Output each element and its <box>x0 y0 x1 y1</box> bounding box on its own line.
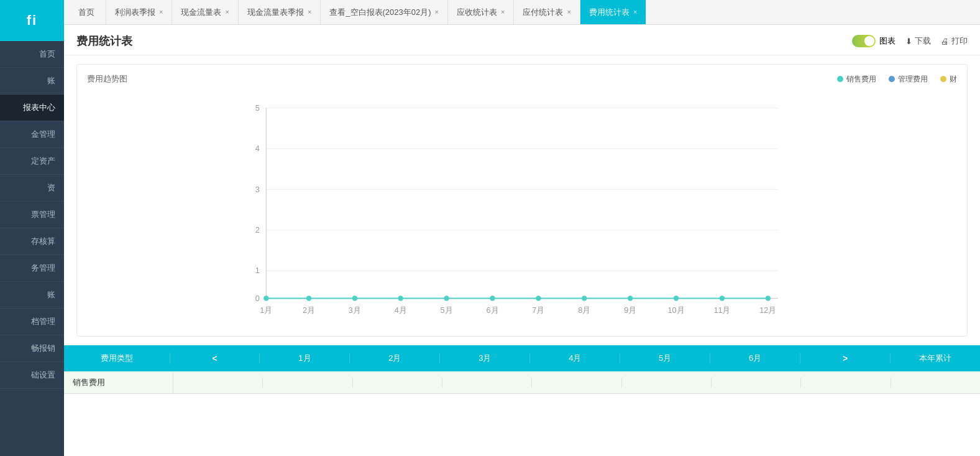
tab-bar: 首页 利润表季报 × 现金流量表 × 现金流量表季报 × 查看_空白报表(202… <box>64 0 980 25</box>
download-button[interactable]: ⬇ 下载 <box>905 35 931 47</box>
svg-point-16 <box>352 295 357 300</box>
tab-payable[interactable]: 应付统计表 × <box>514 0 580 24</box>
tab-receivable[interactable]: 应收统计表 × <box>448 0 514 24</box>
td-sales-extra <box>801 378 891 388</box>
legend-sales: 销售费用 <box>837 74 876 85</box>
chart-title: 费用趋势图 <box>87 73 127 85</box>
th-ytd: 本年累计 <box>891 353 980 364</box>
chart-section: 费用趋势图 销售费用 管理费用 财 <box>76 64 968 337</box>
td-sales-m5 <box>532 378 621 388</box>
print-button[interactable]: 🖨 打印 <box>941 35 968 47</box>
svg-point-22 <box>628 295 633 300</box>
svg-point-20 <box>536 295 541 300</box>
tab-close-expense[interactable]: × <box>633 9 637 16</box>
th-expense-type-label: 费用类型 <box>101 353 133 364</box>
chart-container: 5 4 3 2 1 0 <box>87 91 957 327</box>
th-month-5: 5月 <box>620 353 710 364</box>
td-sales-ytd <box>712 378 801 388</box>
th-month-3: 3月 <box>440 353 530 364</box>
sidebar-item-settings[interactable]: 础设置 <box>0 362 64 389</box>
page-actions: 图表 ⬇ 下载 🖨 打印 <box>852 35 968 47</box>
tab-close-cashflow[interactable]: × <box>225 9 229 16</box>
th-month-1: 1月 <box>260 353 350 364</box>
tab-home[interactable]: 首页 <box>67 0 106 24</box>
sidebar-item-service[interactable]: 务管理 <box>0 255 64 282</box>
svg-text:2月: 2月 <box>303 306 315 315</box>
th-month-4: 4月 <box>530 353 620 364</box>
trend-chart: 5 4 3 2 1 0 <box>87 91 957 327</box>
prev-month-arrow[interactable]: < <box>212 353 217 363</box>
print-icon: 🖨 <box>941 37 949 46</box>
tab-cashflow-quarterly[interactable]: 现金流量表季报 × <box>239 0 321 24</box>
legend-admin: 管理费用 <box>889 74 928 85</box>
tab-blank-report[interactable]: 查看_空白报表(2023年02月) × <box>321 0 448 24</box>
sidebar-logo: fi <box>0 0 64 41</box>
svg-text:10月: 10月 <box>668 306 685 315</box>
svg-point-17 <box>398 295 403 300</box>
sidebar: fi 首页 账 报表中心 金管理 定资产 资 票管理 存核算 务管理 账 档管理… <box>0 0 64 456</box>
th-month-6: 6月 <box>710 353 800 364</box>
tab-close-cashflow-q[interactable]: × <box>308 9 311 16</box>
svg-point-23 <box>674 295 679 300</box>
chart-legend: 销售费用 管理费用 财 <box>837 74 957 85</box>
svg-point-24 <box>720 295 725 300</box>
tab-close-receivable[interactable]: × <box>501 9 505 16</box>
sidebar-item-account[interactable]: 账 <box>0 68 64 95</box>
sidebar-item-home[interactable]: 首页 <box>0 41 64 68</box>
tab-profit-quarterly[interactable]: 利润表季报 × <box>106 0 172 24</box>
page-content: 费用统计表 图表 ⬇ 下载 🖨 打印 费用趋势图 <box>64 25 980 456</box>
sidebar-item-assets[interactable]: 定资产 <box>0 148 64 175</box>
page-title: 费用统计表 <box>76 34 132 49</box>
legend-label-finance: 财 <box>950 74 957 85</box>
th-month-6-label: 6月 <box>749 353 761 364</box>
td-sales-m1 <box>173 378 263 388</box>
svg-text:6月: 6月 <box>486 306 498 315</box>
chart-header: 费用趋势图 销售费用 管理费用 财 <box>87 73 957 85</box>
sidebar-item-ledger[interactable]: 账 <box>0 282 64 309</box>
sidebar-item-reports[interactable]: 报表中心 <box>0 95 64 121</box>
page-header: 费用统计表 图表 ⬇ 下载 🖨 打印 <box>64 25 980 55</box>
sidebar-item-capital[interactable]: 资 <box>0 175 64 202</box>
svg-text:5: 5 <box>255 104 260 113</box>
svg-text:1月: 1月 <box>260 306 272 315</box>
tab-close-payable[interactable]: × <box>567 9 570 16</box>
sidebar-item-archive[interactable]: 档管理 <box>0 309 64 335</box>
td-sales-extra2 <box>891 378 980 388</box>
tab-close-profit[interactable]: × <box>159 9 163 16</box>
svg-point-25 <box>766 295 771 300</box>
svg-text:3: 3 <box>255 185 260 194</box>
main-area: 首页 利润表季报 × 现金流量表 × 现金流量表季报 × 查看_空白报表(202… <box>64 0 980 456</box>
svg-text:4月: 4月 <box>395 306 407 315</box>
tab-close-blank[interactable]: × <box>435 9 439 16</box>
chart-toggle[interactable] <box>852 35 876 47</box>
svg-point-15 <box>306 295 311 300</box>
svg-text:7月: 7月 <box>532 306 544 315</box>
sidebar-item-inventory[interactable]: 存核算 <box>0 228 64 255</box>
sidebar-item-expense[interactable]: 畅报销 <box>0 335 64 362</box>
svg-text:8月: 8月 <box>578 306 590 315</box>
download-label: 下载 <box>915 35 931 47</box>
legend-label-admin: 管理费用 <box>898 74 928 85</box>
td-sales-label: 销售费用 <box>64 372 173 393</box>
svg-text:5月: 5月 <box>441 306 453 315</box>
svg-point-19 <box>490 295 495 300</box>
th-next-nav[interactable]: > <box>800 353 891 363</box>
sidebar-item-finance[interactable]: 金管理 <box>0 121 64 148</box>
next-month-arrow[interactable]: > <box>843 353 848 363</box>
tab-expense[interactable]: 费用统计表 × <box>580 0 646 24</box>
legend-label-sales: 销售费用 <box>846 74 876 85</box>
th-ytd-label: 本年累计 <box>919 353 951 364</box>
td-sales-m2 <box>263 378 352 388</box>
sidebar-item-invoices[interactable]: 票管理 <box>0 202 64 228</box>
table-header-row: 费用类型 < 1月 2月 3月 4月 5月 <box>64 345 980 371</box>
tab-cashflow[interactable]: 现金流量表 × <box>172 0 238 24</box>
th-month-5-label: 5月 <box>659 353 671 364</box>
th-prev-nav[interactable]: < <box>170 353 260 363</box>
svg-text:1: 1 <box>255 266 260 275</box>
td-sales-m3 <box>353 378 442 388</box>
th-month-3-label: 3月 <box>479 353 491 364</box>
chart-toggle-label: 图表 <box>879 35 895 47</box>
svg-text:0: 0 <box>255 294 260 303</box>
download-icon: ⬇ <box>905 37 912 46</box>
chart-toggle-wrapper: 图表 <box>852 35 895 47</box>
